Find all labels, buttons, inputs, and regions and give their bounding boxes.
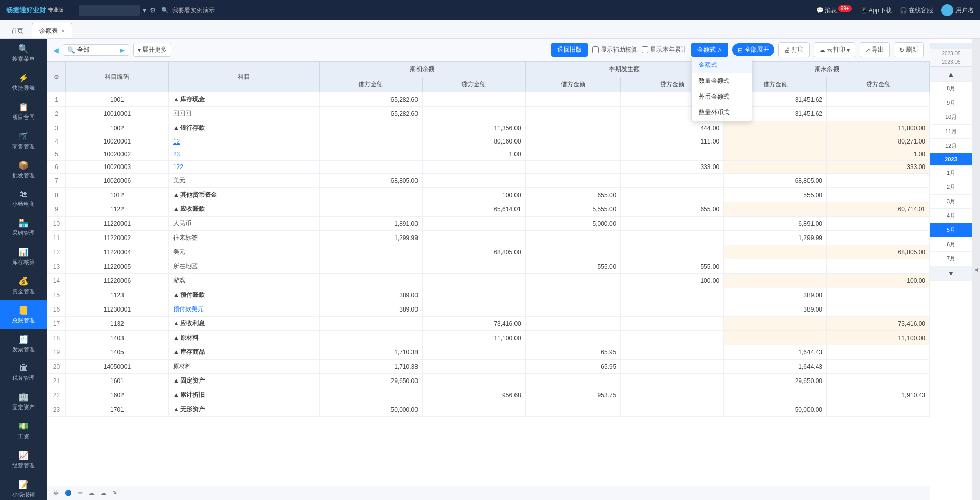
month-3[interactable]: 3月 — [930, 195, 972, 209]
status-icon-6[interactable]: 🖱 — [112, 490, 118, 496]
month-4[interactable]: 4月 — [930, 209, 972, 223]
row-cd: 65.95 — [525, 360, 620, 374]
window-chevron[interactable]: ▾ — [143, 6, 146, 14]
format-option-qty-amount[interactable]: 数量金额式 — [692, 73, 752, 89]
sidebar-item-ecommerce[interactable]: 🛍 小畅电商 — [0, 184, 47, 213]
row-index: 18 — [47, 331, 66, 345]
refresh-btn[interactable]: ↻ 刷新 — [894, 42, 924, 57]
row-code: 11220006 — [66, 274, 169, 288]
row-cd — [525, 302, 620, 317]
finance-icon: 💰 — [18, 276, 29, 286]
sidebar-item-contracts[interactable]: 📋 项目合同 — [0, 97, 47, 126]
month-7[interactable]: 7月 — [930, 252, 972, 266]
tab-balance-sheet[interactable]: 余额表 ✕ — [32, 23, 72, 38]
status-icon-2[interactable]: 🔵 — [65, 490, 72, 496]
sidebar-item-tax[interactable]: 🏛 税务管理 — [0, 359, 47, 387]
back-old-version-btn[interactable]: 退回旧版 — [551, 43, 588, 57]
row-name: ▲累计折旧 — [168, 388, 319, 402]
sidebar-item-purchase[interactable]: 🏪 采购管理 — [0, 213, 47, 242]
window-controls: ▾ ⚙ — [79, 5, 156, 16]
format-btn[interactable]: 金额式 ∧ — [691, 43, 728, 57]
service-btn[interactable]: 🎧 在线客服 — [900, 6, 933, 15]
row-name[interactable]: 23 — [168, 148, 319, 161]
format-option-amount[interactable]: 金额式 — [692, 57, 752, 73]
month-2[interactable]: 2月 — [930, 180, 972, 195]
sidebar-item-operations[interactable]: 📈 经营管理 — [0, 445, 47, 474]
status-icon-3[interactable]: ✏ — [78, 490, 83, 496]
message-btn[interactable]: 💬 消息 99+ — [816, 6, 852, 15]
row-op-debit — [320, 388, 423, 402]
row-name[interactable]: 12 — [168, 135, 319, 148]
sidebar-item-expense[interactable]: 📝 小畅报销 — [0, 474, 47, 500]
demo-link[interactable]: 🔍 我要看实例演示 — [161, 6, 215, 15]
search-input[interactable] — [77, 46, 118, 54]
col-code: 科目编码 — [66, 62, 169, 92]
table-row: 5 10020002 23 1.00 1.00 — [47, 148, 930, 161]
payroll-icon: 💵 — [18, 421, 29, 431]
settings-icon[interactable]: ⚙ — [150, 6, 156, 14]
tab-home[interactable]: 首页 — [4, 23, 31, 38]
sidebar-item-payroll[interactable]: 💵 工资 — [0, 416, 47, 445]
sidebar-item-retail[interactable]: 🛒 零售管理 — [0, 126, 47, 155]
checkbox-auxiliary[interactable]: 显示辅助核算 — [592, 45, 638, 54]
row-cc — [621, 345, 724, 360]
month-11[interactable]: 11月 — [930, 125, 972, 139]
sidebar-item-assets[interactable]: 🏢 固定资产 — [0, 387, 47, 416]
row-cc — [621, 374, 724, 388]
month-scroll-up[interactable]: ▲ — [930, 67, 972, 82]
row-index: 11 — [47, 231, 66, 245]
tab-close-icon[interactable]: ✕ — [61, 28, 65, 34]
status-icon-1[interactable]: 英 — [53, 489, 59, 497]
row-index: 16 — [47, 302, 66, 317]
format-option-qty-foreign[interactable]: 数量外币式 — [692, 105, 752, 121]
sidebar-item-search[interactable]: 🔍 搜索菜单 — [0, 39, 47, 68]
sidebar-item-ledger[interactable]: 📒 总账管理 — [0, 300, 47, 329]
table-settings-col[interactable]: ⚙ — [47, 62, 66, 92]
row-cd: 65.95 — [525, 345, 620, 360]
row-index: 1 — [47, 92, 66, 107]
format-option-foreign-amount[interactable]: 外币金额式 — [692, 89, 752, 105]
export-btn[interactable]: ↗ 导出 — [860, 42, 890, 57]
month-scroll-down[interactable]: ▼ — [930, 266, 972, 281]
row-cl-debit — [724, 135, 827, 148]
search-nav-arrow[interactable]: ▶ — [120, 46, 125, 54]
row-cl-credit — [827, 217, 930, 231]
sidebar-item-wholesale[interactable]: 📦 批发管理 — [0, 155, 47, 184]
nav-back-arrow[interactable]: ◀ — [53, 46, 59, 54]
month-5[interactable]: 5月 — [930, 223, 972, 237]
row-cl-debit — [724, 331, 827, 345]
sidebar-item-quicknav[interactable]: ⚡ 快捷导航 — [0, 68, 47, 97]
row-name[interactable]: 122 — [168, 161, 319, 174]
panel-toggle[interactable]: ◀ — [972, 39, 980, 500]
user-avatar[interactable]: 用户名 — [941, 4, 974, 16]
sidebar-item-inventory[interactable]: 📊 库存核算 — [0, 242, 47, 271]
expand-btn[interactable]: ▾ 展开更多 — [133, 43, 172, 57]
status-icon-5[interactable]: ☁ — [101, 490, 106, 496]
month-1[interactable]: 1月 — [930, 166, 972, 180]
year-2023[interactable]: 2023 — [930, 153, 972, 166]
format-dropdown[interactable]: 金额式 ∧ 金额式 数量金额式 外币金额式 数量外币式 — [691, 43, 728, 57]
table-row: 13 11220005 所在地区 555.00 555.00 — [47, 259, 930, 274]
row-name: ▲银行存款 — [168, 121, 319, 135]
sidebar-item-invoice[interactable]: 🧾 发票管理 — [0, 329, 47, 359]
panel-toggle-icon: ◀ — [973, 267, 979, 272]
month-9[interactable]: 9月 — [930, 96, 972, 110]
month-10[interactable]: 10月 — [930, 110, 972, 125]
checkbox-auxiliary-input[interactable] — [592, 46, 599, 53]
cloud-print-btn[interactable]: ☁ 云打印 ▾ — [814, 42, 855, 57]
month-8[interactable]: 8月 — [930, 82, 972, 96]
download-btn[interactable]: 📱 App下载 — [860, 6, 892, 15]
checkbox-ytd-input[interactable] — [642, 46, 648, 53]
print-btn[interactable]: 🖨 打印 — [778, 42, 810, 57]
month-12[interactable]: 12月 — [930, 139, 972, 153]
expand-all-btn[interactable]: ⊟ 全部展开 — [732, 43, 774, 56]
row-index: 14 — [47, 274, 66, 288]
status-icon-4[interactable]: ☁ — [89, 490, 94, 496]
right-panel-title[interactable]: 期间选择 — [930, 43, 972, 49]
month-6[interactable]: 6月 — [930, 237, 972, 252]
checkbox-ytd[interactable]: 显示本年累计 — [642, 45, 687, 54]
row-cl-debit — [724, 245, 827, 259]
row-cc — [621, 245, 724, 259]
sidebar-item-finance[interactable]: 💰 资金管理 — [0, 271, 47, 300]
row-name[interactable]: 预付款美元 — [168, 302, 319, 317]
